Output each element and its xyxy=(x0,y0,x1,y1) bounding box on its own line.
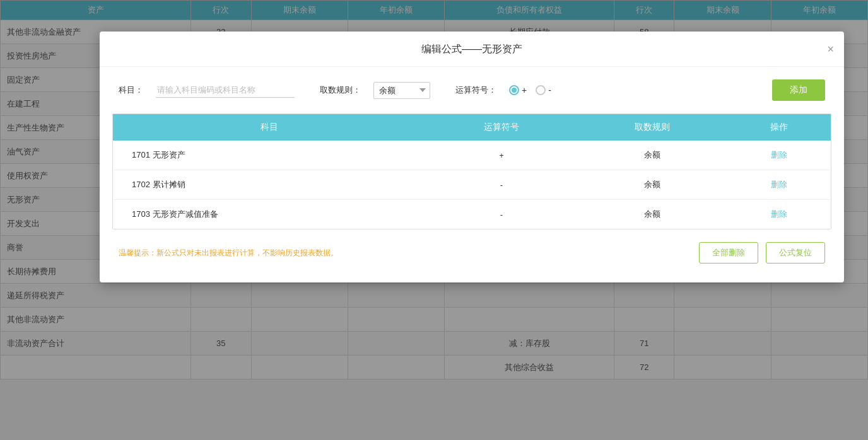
table-cell-operator: - xyxy=(426,200,577,229)
table-cell-subject: 1702 累计摊销 xyxy=(113,170,426,200)
subject-input[interactable] xyxy=(156,83,295,98)
operator-minus-radio[interactable] xyxy=(536,85,546,95)
table-cell-action: 删除 xyxy=(728,141,831,170)
footer-buttons: 全部删除 公式复位 xyxy=(699,242,825,263)
rule-label: 取数规则： xyxy=(320,84,361,96)
delete-all-button[interactable]: 全部删除 xyxy=(699,242,758,263)
table-cell-rule: 余额 xyxy=(577,170,728,200)
modal-header: 编辑公式——无形资产 × xyxy=(100,32,844,67)
rule-select[interactable]: 余额 借方发生额 贷方发生额 净发生额 xyxy=(373,82,430,99)
operator-plus-label: + xyxy=(522,85,527,95)
table-cell-subject: 1701 无形资产 xyxy=(113,141,426,170)
delete-row-button[interactable]: 删除 xyxy=(771,209,787,219)
operator-minus-item[interactable]: - xyxy=(536,85,551,95)
table-header-operator: 运算符号 xyxy=(426,114,577,141)
table-header-action: 操作 xyxy=(728,114,831,141)
table-cell-operator: + xyxy=(426,141,577,170)
table-cell-rule: 余额 xyxy=(577,141,728,170)
subject-label: 科目： xyxy=(119,84,143,96)
operator-radio-group: + - xyxy=(509,85,551,95)
table-cell-rule: 余额 xyxy=(577,200,728,229)
tip-text: 温馨提示：新公式只对未出报表进行计算，不影响历史报表数据。 xyxy=(119,248,338,258)
delete-row-button[interactable]: 删除 xyxy=(771,150,787,159)
formula-table: 科目 运算符号 取数规则 操作 1701 无形资产+余额删除1702 累计摊销-… xyxy=(112,113,831,229)
delete-row-button[interactable]: 删除 xyxy=(771,180,787,189)
modal-footer: 温馨提示：新公式只对未出报表进行计算，不影响历史报表数据。 全部删除 公式复位 xyxy=(100,229,844,263)
table-cell-action: 删除 xyxy=(728,200,831,229)
table-row: 1701 无形资产+余额删除 xyxy=(113,141,831,170)
operator-plus-radio[interactable] xyxy=(509,85,519,95)
operator-minus-label: - xyxy=(548,85,551,95)
table-row: 1703 无形资产减值准备-余额删除 xyxy=(113,200,831,229)
table-header-subject: 科目 xyxy=(113,114,426,141)
operator-label: 运算符号： xyxy=(455,84,496,96)
operator-plus-item[interactable]: + xyxy=(509,85,527,95)
edit-formula-modal: 编辑公式——无形资产 × 科目： 取数规则： 余额 借方发生额 贷方发生额 净发… xyxy=(100,32,844,282)
table-cell-operator: - xyxy=(426,170,577,200)
table-row: 1702 累计摊销-余额删除 xyxy=(113,170,831,200)
reset-formula-button[interactable]: 公式复位 xyxy=(766,242,825,263)
add-button[interactable]: 添加 xyxy=(772,79,825,101)
modal-close-button[interactable]: × xyxy=(827,43,834,55)
table-cell-action: 删除 xyxy=(728,170,831,200)
table-cell-subject: 1703 无形资产减值准备 xyxy=(113,200,426,229)
table-header-rule: 取数规则 xyxy=(577,114,728,141)
modal-title: 编辑公式——无形资产 xyxy=(421,43,522,54)
form-row: 科目： 取数规则： 余额 借方发生额 贷方发生额 净发生额 运算符号： + - … xyxy=(100,67,844,113)
rule-select-wrapper: 余额 借方发生额 贷方发生额 净发生额 xyxy=(373,82,430,99)
